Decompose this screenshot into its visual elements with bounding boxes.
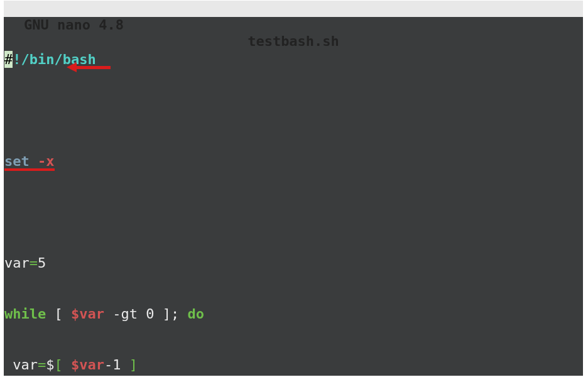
shebang: !/bin/bash: [13, 52, 95, 67]
code-line-set: set -x: [4, 153, 582, 170]
dollar: $: [46, 357, 54, 373]
equals-2: =: [38, 357, 46, 373]
code-line-varassign2: var=$[ $var-1 ]: [4, 356, 582, 373]
titlebar: GNU nano 4.8 testbash.sh: [4, 1, 583, 17]
bracket-open: [: [46, 306, 71, 322]
equals: =: [30, 255, 38, 271]
var-name-2: var: [13, 357, 38, 373]
editor-area[interactable]: #!/bin/bash set -x var=5 while [ $var -g…: [4, 17, 583, 382]
minus1: -1: [104, 357, 121, 373]
value-5: 5: [38, 255, 46, 271]
var-ref: $var: [71, 306, 104, 322]
nano-terminal: GNU nano 4.8 testbash.sh #!/bin/bash set…: [4, 1, 583, 376]
gt-op: -gt: [104, 306, 146, 322]
code-line-var: var=5: [4, 254, 582, 271]
bracket-close: ];: [154, 306, 179, 322]
cursor: #: [4, 51, 13, 68]
while-keyword: while: [4, 306, 46, 322]
set-keyword: set: [4, 153, 30, 169]
sq-open: [: [55, 357, 72, 373]
var-ref-2: $var: [71, 357, 104, 373]
sq-close: ]: [121, 357, 138, 373]
var-name: var: [4, 255, 30, 271]
code-line-1: #!/bin/bash: [4, 51, 582, 68]
set-flag: -x: [30, 153, 55, 169]
zero: 0: [146, 306, 154, 322]
do-keyword: do: [179, 306, 204, 322]
blank-line-2: [4, 204, 582, 221]
code-line-while: while [ $var -gt 0 ]; do: [4, 305, 582, 322]
blank-line: [4, 102, 582, 119]
